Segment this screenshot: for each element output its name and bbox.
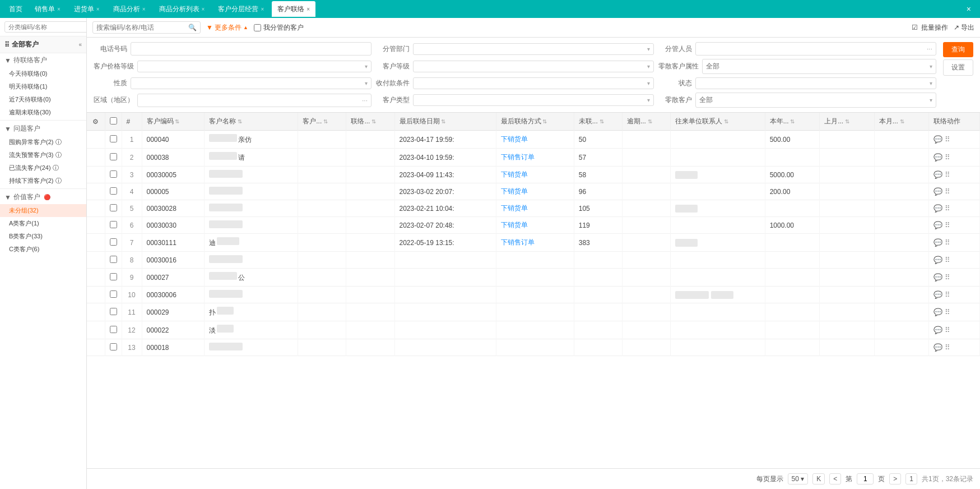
grid-action-icon[interactable]: ⠿ <box>945 343 950 352</box>
grid-action-icon[interactable]: ⠿ <box>945 170 950 179</box>
message-icon[interactable]: 💬 <box>933 326 942 334</box>
row-checkbox[interactable] <box>110 170 117 178</box>
message-icon[interactable]: 💬 <box>933 273 942 282</box>
row-checkbox[interactable] <box>110 308 117 315</box>
sidebar-item-tomorrow-pending[interactable]: 明天待联络(1) <box>0 80 86 93</box>
checkbox-header[interactable] <box>105 113 122 131</box>
filter-status-select[interactable]: ▾ <box>695 77 936 89</box>
sidebar-item-overdue-pending[interactable]: 逾期未联络(30) <box>0 106 86 119</box>
sidebar-item-today-pending[interactable]: 今天待联络(0) <box>0 67 86 80</box>
sidebar-item-hoarding[interactable]: 囤购异常客户(2) ⓘ <box>0 136 86 149</box>
sidebar-item-churn-warn[interactable]: 流失预警客户(3) ⓘ <box>0 149 86 162</box>
close-tab-customer-segment[interactable]: × <box>261 6 264 12</box>
lastway-link[interactable]: 下销货单 <box>501 135 528 143</box>
query-button[interactable]: 查询 <box>943 42 973 57</box>
row-checkbox[interactable] <box>110 135 117 142</box>
row-checkbox[interactable] <box>110 187 117 195</box>
close-tab-product-list[interactable]: × <box>202 6 205 12</box>
nav-tab-product-list[interactable]: 商品分析列表 × <box>154 1 211 17</box>
message-icon[interactable]: 💬 <box>933 135 942 144</box>
lastmonth-header[interactable]: 上月... <box>820 113 875 131</box>
code-header[interactable]: 客户编码 <box>142 113 205 131</box>
all-customers-header[interactable]: ⠿ 全部客户 « <box>0 36 86 53</box>
filter-price-select[interactable]: ▾ <box>137 61 371 72</box>
overdue-header[interactable]: 逾期... <box>622 113 670 131</box>
lastway-link[interactable]: 下销货单 <box>501 204 528 212</box>
message-icon[interactable]: 💬 <box>933 204 942 213</box>
partner-header[interactable]: 往来单位联系人 <box>671 113 765 131</box>
message-icon[interactable]: 💬 <box>933 290 942 299</box>
message-icon[interactable]: 💬 <box>933 153 942 162</box>
grid-action-icon[interactable]: ⠿ <box>945 308 950 316</box>
row-checkbox[interactable] <box>110 343 117 350</box>
grid-action-icon[interactable]: ⠿ <box>945 204 950 213</box>
dots-manager[interactable]: ··· <box>927 45 932 53</box>
select-all-checkbox[interactable] <box>110 117 117 124</box>
close-tab-product-analysis[interactable]: × <box>142 6 146 12</box>
message-icon[interactable]: 💬 <box>933 343 942 352</box>
next-page-btn[interactable]: > <box>889 473 901 485</box>
nav-tab-product-analysis[interactable]: 商品分析 × <box>108 1 151 17</box>
page-input[interactable] <box>857 473 874 485</box>
lastway-link[interactable]: 下销货单 <box>501 170 528 178</box>
sidebar-item-ungrouped[interactable]: 未分组(32) <box>0 204 86 217</box>
sidebar-item-declining[interactable]: 持续下滑客户(2) ⓘ <box>0 174 86 187</box>
message-icon[interactable]: 💬 <box>933 221 942 229</box>
close-all-tabs[interactable]: × <box>962 4 976 13</box>
filter-cust-type-select[interactable]: ▾ <box>413 94 654 106</box>
close-tab-customer-contact[interactable]: × <box>306 6 310 12</box>
filter-retail-select[interactable]: 全部 ▾ <box>702 59 936 74</box>
sidebar-search-input[interactable] <box>4 21 87 33</box>
message-icon[interactable]: 💬 <box>933 187 942 196</box>
lastway-header[interactable]: 最后联络方式 <box>496 113 574 131</box>
filter-dept-select[interactable]: ▾ <box>413 43 654 55</box>
message-icon[interactable]: 💬 <box>933 238 942 247</box>
more-conditions-btn[interactable]: ▼ 更多条件 ▲ <box>206 23 248 33</box>
sidebar-item-week-pending[interactable]: 近7天待联络(0) <box>0 93 86 106</box>
row-checkbox[interactable] <box>110 204 117 211</box>
grid-action-icon[interactable]: ⠿ <box>945 290 950 299</box>
sidebar-item-churned[interactable]: 已流失客户(24) ⓘ <box>0 162 86 174</box>
first-page-btn[interactable]: K <box>812 473 825 485</box>
row-checkbox[interactable] <box>110 153 117 160</box>
export-btn[interactable]: ↗ 导出 <box>954 23 974 33</box>
sidebar-item-class-b[interactable]: B类客户(33) <box>0 230 86 243</box>
filter-cust-select[interactable]: ▾ <box>413 61 654 72</box>
grid-action-icon[interactable]: ⠿ <box>945 135 950 144</box>
nav-tab-purchase[interactable]: 进货单 × <box>68 1 105 17</box>
sidebar-group-pending[interactable]: ▼ 待联络客户 <box>0 53 86 67</box>
my-customers-check[interactable] <box>254 24 261 31</box>
close-tab-sales[interactable]: × <box>57 6 61 12</box>
filter-phone-input[interactable] <box>131 42 371 56</box>
sidebar-group-value[interactable]: ▼ 价值客户 🔴 <box>0 190 86 204</box>
name-header[interactable]: 客户名称 <box>205 113 298 131</box>
refresh-icon[interactable]: 🔴 <box>44 194 50 200</box>
sidebar-item-class-c[interactable]: C类客户(6) <box>0 243 86 256</box>
grid-action-icon[interactable]: ⠿ <box>945 238 950 247</box>
grid-action-icon[interactable]: ⠿ <box>945 221 950 229</box>
grid-action-icon[interactable]: ⠿ <box>945 153 950 162</box>
prev-page-btn[interactable]: < <box>829 473 841 485</box>
my-customers-checkbox[interactable]: 我分管的客户 <box>254 23 304 33</box>
per-page-select[interactable]: 50 ▾ <box>788 473 809 485</box>
type-header[interactable]: 客户... <box>298 113 346 131</box>
nocontact-header[interactable]: 未联... <box>574 113 622 131</box>
close-tab-purchase[interactable]: × <box>96 6 100 12</box>
row-checkbox[interactable] <box>110 326 117 333</box>
message-icon[interactable]: 💬 <box>933 256 942 264</box>
nav-tab-customer-segment[interactable]: 客户分层经营 × <box>212 1 270 17</box>
last-page-btn[interactable]: 1 <box>905 473 917 485</box>
filter-manager-input[interactable]: ··· <box>695 42 936 56</box>
nav-home[interactable]: 首页 <box>4 4 27 14</box>
thisyear-header[interactable]: 本年... <box>765 113 820 131</box>
search-input[interactable] <box>96 24 186 31</box>
reset-button[interactable]: 设置 <box>943 59 973 76</box>
lastway-link[interactable]: 下销售订单 <box>501 238 535 246</box>
sidebar-item-class-a[interactable]: A类客户(1) <box>0 217 86 230</box>
nav-tab-customer-contact[interactable]: 客户联络 × <box>272 1 315 17</box>
filter-nature-select[interactable]: ▾ <box>131 77 371 89</box>
grid-action-icon[interactable]: ⠿ <box>945 326 950 334</box>
grid-action-icon[interactable]: ⠿ <box>945 256 950 264</box>
lastway-link[interactable]: 下销货单 <box>501 187 528 195</box>
row-checkbox[interactable] <box>110 221 117 228</box>
